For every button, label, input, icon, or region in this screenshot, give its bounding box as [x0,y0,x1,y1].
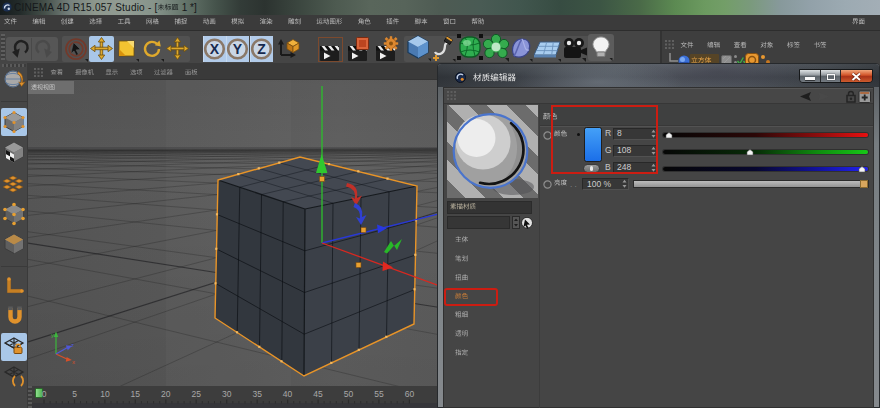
svg-text:60: 60 [405,389,415,399]
svg-text:x: x [72,359,75,365]
svg-text:55: 55 [374,389,384,399]
svg-text:10: 10 [100,389,110,399]
svg-text:40: 40 [283,389,293,399]
svg-text:5: 5 [72,389,77,399]
svg-text:35: 35 [252,389,262,399]
svg-text:z: z [71,342,74,348]
svg-text:15: 15 [131,389,141,399]
svg-text:25: 25 [191,389,201,399]
svg-text:50: 50 [344,389,354,399]
svg-text:0: 0 [42,389,47,399]
svg-text:X: X [210,41,220,57]
svg-text:45: 45 [313,389,323,399]
svg-text:20: 20 [161,389,171,399]
svg-text:y: y [51,332,54,338]
svg-text:30: 30 [222,389,232,399]
svg-text:Z: Z [257,41,266,57]
svg-text:Y: Y [233,41,243,57]
